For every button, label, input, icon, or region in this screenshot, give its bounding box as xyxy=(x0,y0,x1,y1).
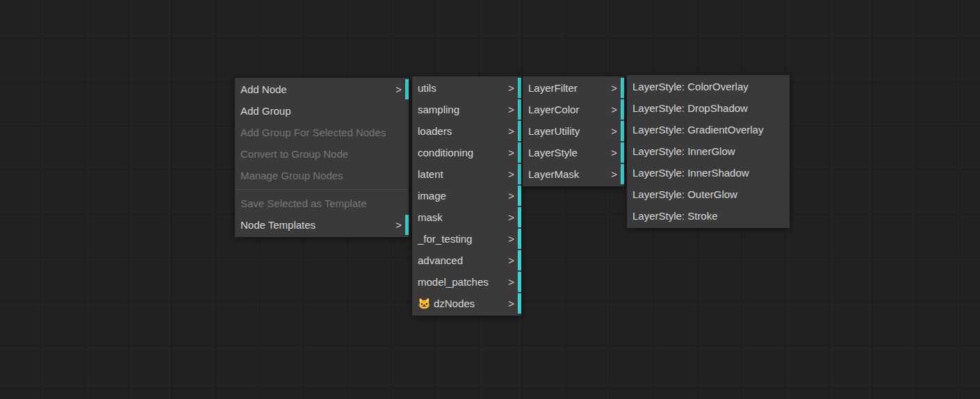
menu-item-layerstyle-innerglow[interactable]: LayerStyle: InnerGlow xyxy=(627,141,790,161)
menu-item-add-node[interactable]: Add Node > xyxy=(235,79,409,99)
chevron-right-icon: > xyxy=(611,78,617,98)
menu-item-save-selected-as-template: Save Selected as Template xyxy=(235,193,409,213)
chevron-right-icon: > xyxy=(611,142,617,163)
menu-item-label: LayerStyle: DropShadow xyxy=(632,102,748,114)
submenu-accent-bar xyxy=(518,121,521,141)
menu-item-layerstyle-dropshadow[interactable]: LayerStyle: DropShadow xyxy=(627,98,790,118)
context-menu-layer-groups: LayerFilter > LayerColor > LayerUtility … xyxy=(523,76,624,186)
menu-item-label: utils xyxy=(418,82,436,94)
menu-item-layerutility[interactable]: LayerUtility > xyxy=(523,121,624,141)
chevron-right-icon: > xyxy=(611,121,617,141)
menu-item-sampling[interactable]: sampling > xyxy=(412,99,521,120)
menu-item-label: LayerColor xyxy=(528,104,579,115)
menu-item-layerstyle-innershadow[interactable]: LayerStyle: InnerShadow xyxy=(627,163,790,183)
chevron-right-icon: > xyxy=(508,293,514,314)
submenu-accent-bar xyxy=(621,121,624,141)
menu-item-label: Manage Group Nodes xyxy=(240,170,343,181)
submenu-accent-bar xyxy=(518,186,521,206)
menu-item-for-testing[interactable]: _for_testing > xyxy=(412,229,521,249)
menu-item-label: LayerStyle: OuterGlow xyxy=(632,188,737,200)
menu-item-layerstyle-coloroverlay[interactable]: LayerStyle: ColorOverlay xyxy=(627,76,790,97)
menu-item-label: LayerFilter xyxy=(528,82,578,94)
menu-item-label: 🐱 dzNodes xyxy=(418,298,475,309)
menu-item-label: conditioning xyxy=(418,147,473,158)
submenu-accent-bar xyxy=(518,164,521,184)
chevron-right-icon: > xyxy=(508,186,514,206)
menu-item-layerstyle-outerglow[interactable]: LayerStyle: OuterGlow xyxy=(627,184,790,204)
chevron-right-icon: > xyxy=(395,79,402,99)
menu-item-advanced[interactable]: advanced > xyxy=(412,250,521,270)
menu-item-layermask[interactable]: LayerMask > xyxy=(523,164,624,184)
context-menu-node-categories: utils > sampling > loaders > conditionin… xyxy=(412,76,521,316)
menu-item-latent[interactable]: latent > xyxy=(412,164,521,184)
chevron-right-icon: > xyxy=(508,164,514,184)
chevron-right-icon: > xyxy=(508,250,514,270)
menu-item-label: LayerMask xyxy=(528,168,579,180)
menu-item-label: LayerStyle: GradientOverlay xyxy=(632,124,763,136)
menu-item-layerstyle-stroke[interactable]: LayerStyle: Stroke xyxy=(627,206,790,226)
menu-item-mask[interactable]: mask > xyxy=(412,207,521,227)
menu-item-layerstyle[interactable]: LayerStyle > xyxy=(523,142,624,163)
submenu-accent-bar xyxy=(518,293,521,314)
menu-item-image[interactable]: image > xyxy=(412,186,521,206)
submenu-accent-bar xyxy=(518,272,521,292)
submenu-accent-bar xyxy=(518,207,521,227)
submenu-accent-bar xyxy=(518,78,521,98)
menu-item-manage-group-nodes: Manage Group Nodes xyxy=(235,165,409,186)
menu-item-label: LayerStyle: ColorOverlay xyxy=(632,81,749,92)
menu-item-add-group-for-selected-nodes: Add Group For Selected Nodes xyxy=(235,122,409,142)
menu-item-label: advanced xyxy=(418,254,463,266)
chevron-right-icon: > xyxy=(508,142,514,163)
menu-item-label: sampling xyxy=(418,104,459,115)
chevron-right-icon: > xyxy=(611,164,617,184)
submenu-accent-bar xyxy=(621,99,624,120)
submenu-accent-bar xyxy=(518,229,521,249)
menu-item-layerstyle-gradientoverlay[interactable]: LayerStyle: GradientOverlay xyxy=(627,120,790,140)
menu-item-label: mask xyxy=(418,211,443,223)
menu-item-loaders[interactable]: loaders > xyxy=(412,121,521,141)
menu-item-add-group[interactable]: Add Group xyxy=(235,101,409,121)
chevron-right-icon: > xyxy=(508,229,514,249)
menu-item-node-templates[interactable]: Node Templates > xyxy=(235,215,409,235)
menu-item-dznodes[interactable]: 🐱 dzNodes > xyxy=(412,293,521,314)
menu-item-label: Add Group For Selected Nodes xyxy=(240,127,386,138)
chevron-right-icon: > xyxy=(611,99,617,120)
menu-item-label: loaders xyxy=(418,125,452,137)
submenu-accent-bar xyxy=(405,79,409,99)
context-menu-layerstyle-nodes: LayerStyle: ColorOverlay LayerStyle: Dro… xyxy=(627,75,790,228)
context-menu-main: Add Node > Add Group Add Group For Selec… xyxy=(235,78,409,237)
menu-item-label: LayerStyle: InnerGlow xyxy=(632,145,735,157)
menu-item-utils[interactable]: utils > xyxy=(412,78,521,98)
submenu-accent-bar xyxy=(621,142,624,163)
menu-item-label: LayerStyle: Stroke xyxy=(632,210,718,222)
chevron-right-icon: > xyxy=(508,121,514,141)
submenu-accent-bar xyxy=(405,215,409,235)
menu-item-model-patches[interactable]: model_patches > xyxy=(412,272,521,292)
menu-item-label: Add Group xyxy=(240,105,291,117)
menu-item-label: LayerStyle xyxy=(528,147,578,158)
chevron-right-icon: > xyxy=(508,78,514,98)
menu-item-label: Convert to Group Node xyxy=(240,148,348,160)
menu-item-label: Save Selected as Template xyxy=(240,197,367,209)
chevron-right-icon: > xyxy=(395,215,402,235)
submenu-accent-bar xyxy=(621,164,624,184)
menu-separator xyxy=(236,189,407,190)
submenu-accent-bar xyxy=(621,78,624,98)
menu-item-label: model_patches xyxy=(418,276,489,288)
chevron-right-icon: > xyxy=(508,207,514,227)
menu-item-convert-to-group-node: Convert to Group Node xyxy=(235,144,409,164)
submenu-accent-bar xyxy=(518,142,521,163)
chevron-right-icon: > xyxy=(508,99,514,120)
menu-item-conditioning[interactable]: conditioning > xyxy=(412,142,521,163)
menu-item-label: latent xyxy=(418,168,443,180)
menu-item-layerfilter[interactable]: LayerFilter > xyxy=(523,78,624,98)
menu-item-label: image xyxy=(418,190,446,202)
submenu-accent-bar xyxy=(518,99,521,120)
menu-item-label: Node Templates xyxy=(240,219,316,231)
chevron-right-icon: > xyxy=(508,272,514,292)
submenu-accent-bar xyxy=(518,250,521,270)
menu-item-layercolor[interactable]: LayerColor > xyxy=(523,99,624,120)
menu-item-label: Add Node xyxy=(240,83,287,95)
menu-item-label: _for_testing xyxy=(418,233,472,245)
menu-item-label: LayerUtility xyxy=(528,125,580,137)
